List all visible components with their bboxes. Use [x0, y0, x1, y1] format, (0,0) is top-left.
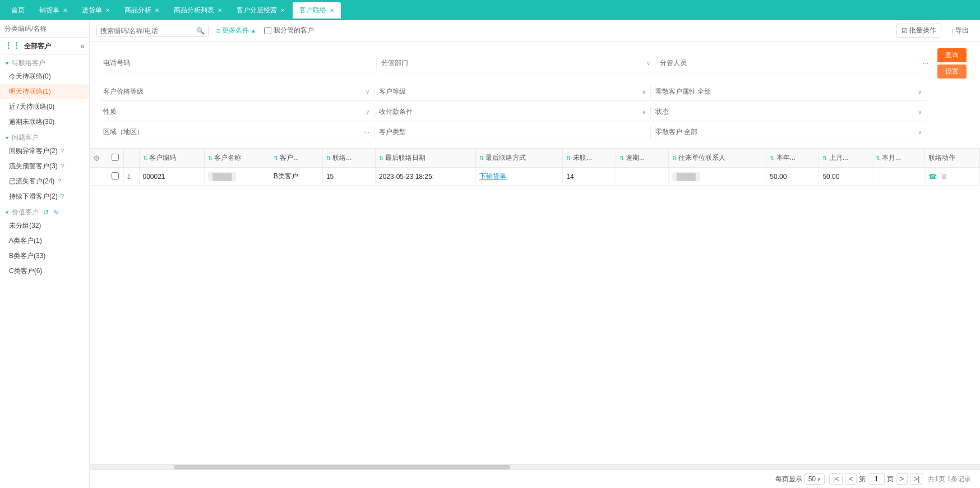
nav-sales-order[interactable]: 销货单 ✕: [33, 2, 74, 19]
th-last-month: ⇅ 上月...: [819, 149, 872, 168]
collapse-icon[interactable]: «: [80, 42, 85, 50]
sort-icon: ⇅: [326, 155, 331, 161]
help-icon[interactable]: ?: [58, 178, 61, 185]
sidebar-item-declining[interactable]: 持续下滑客户(2) ?: [0, 189, 89, 204]
close-icon[interactable]: ✕: [105, 7, 110, 13]
filter-row-1: 电话号码 分管部门 ∨ 分管人员 ··· 查询 设置: [99, 46, 971, 81]
sidebar-item-ungrouped[interactable]: 未分组(32): [0, 218, 89, 233]
close-icon[interactable]: ✕: [155, 7, 159, 13]
page-number-input[interactable]: [868, 473, 885, 485]
td-gear: [90, 168, 108, 186]
scrollbar-thumb[interactable]: [174, 465, 510, 469]
refresh-icon[interactable]: ↺: [43, 209, 49, 217]
next-page-btn[interactable]: >: [896, 473, 908, 485]
sidebar-search-input[interactable]: [4, 25, 89, 33]
filter-person[interactable]: 分管人员 ···: [655, 54, 933, 72]
more-action-icon[interactable]: ⊞: [941, 173, 947, 181]
filter-retail-attr[interactable]: 零散客户属性 全部 ∨: [651, 83, 926, 101]
gear-icon[interactable]: ⚙: [93, 154, 100, 163]
chevron-down-icon: ∨: [366, 109, 369, 115]
nav-customer-tier[interactable]: 客户分层经营 ✕: [230, 2, 292, 19]
nav-product-analysis-list[interactable]: 商品分析列表 ✕: [167, 2, 229, 19]
filter-more-btn[interactable]: ≡ 更多条件 ▲: [213, 24, 260, 37]
sidebar-search-area: 🔍: [0, 20, 89, 38]
close-icon[interactable]: ✕: [280, 7, 285, 13]
help-icon[interactable]: ?: [61, 148, 64, 154]
chevron-down-icon: ∨: [918, 109, 922, 115]
sidebar-item-churned[interactable]: 已流失客户(24) ?: [0, 174, 89, 189]
phone-icon[interactable]: ☎: [928, 173, 937, 181]
sidebar: 🔍 ⋮⋮ 全部客户 « ▼ 待联络客户 今天待联络(0) 明天待联络(1) 近7…: [0, 20, 90, 488]
close-icon[interactable]: ✕: [218, 7, 222, 13]
sidebar-group-value: ▼ 价值客户 ↺ ✎: [0, 204, 89, 218]
chevron-down-icon: ∨: [642, 109, 646, 115]
sidebar-item-class-a[interactable]: A类客户(1): [0, 233, 89, 248]
sidebar-item-class-b[interactable]: B类客户(33): [0, 248, 89, 264]
data-table-container: ⚙ ⇅ 客户编码 ⇅ 客户名称: [90, 149, 980, 464]
nav-home[interactable]: 首页: [4, 2, 31, 19]
search-icon[interactable]: 🔍: [196, 27, 205, 35]
filter-customer-level[interactable]: 客户等级 ∨: [375, 83, 650, 101]
help-icon[interactable]: ?: [61, 163, 64, 169]
search-input[interactable]: [100, 27, 194, 35]
sidebar-item-churn-warning[interactable]: 流失预警客户(3) ?: [0, 159, 89, 174]
sort-icon: ⇅: [770, 155, 774, 161]
last-method-link[interactable]: 下销货单: [479, 172, 506, 180]
batch-operation-btn[interactable]: ☑ 批量操作: [896, 24, 941, 38]
sidebar-group-pending: ▼ 待联络客户: [0, 55, 89, 69]
export-btn[interactable]: ↑ 导出: [946, 24, 973, 37]
sidebar-item-tomorrow[interactable]: 明天待联络(1): [0, 84, 89, 99]
close-icon[interactable]: ✕: [330, 7, 334, 13]
close-icon[interactable]: ✕: [63, 7, 67, 13]
last-page-btn[interactable]: >|: [910, 473, 923, 485]
sidebar-item-today[interactable]: 今天待联络(0): [0, 69, 89, 84]
ellipsis-icon[interactable]: ···: [923, 59, 928, 67]
total-info: 共1页 1条记录: [928, 475, 971, 484]
first-page-btn[interactable]: |<: [829, 473, 843, 485]
sidebar-item-abnormal[interactable]: 回购异常客户(2) ?: [0, 144, 89, 159]
filter-retail-customer[interactable]: 零散客户 全部 ∨: [651, 123, 926, 141]
filter-row-3: 性质 ∨ 收付款条件 ∨ 状态 ∨: [99, 103, 971, 121]
filter-payment[interactable]: 收付款条件 ∨: [375, 103, 650, 121]
nav-product-analysis[interactable]: 商品分析 ✕: [118, 2, 166, 19]
td-last-month: 50.00: [819, 168, 872, 186]
edit-icon[interactable]: ✎: [53, 209, 59, 217]
my-customers-check[interactable]: [264, 27, 271, 34]
reset-button[interactable]: 设置: [937, 65, 967, 79]
toolbar-right: ☑ 批量操作 ↑ 导出: [896, 24, 973, 38]
sidebar-item-7days[interactable]: 近7天待联络(0): [0, 99, 89, 114]
chevron-down-icon: ∨: [817, 476, 821, 482]
my-customers-checkbox[interactable]: 我分管的客户: [264, 26, 314, 35]
expand-icon: ▼: [4, 61, 10, 66]
td-type: B类客户: [270, 168, 322, 186]
chevron-down-icon: ∨: [642, 89, 646, 95]
th-last-date: ⇅ 最后联络日期: [375, 149, 475, 168]
horizontal-scrollbar[interactable]: [90, 464, 980, 469]
filter-region[interactable]: 区域（地区） ···: [99, 123, 374, 141]
toolbar: 🔍 ≡ 更多条件 ▲ 我分管的客户 ☑ 批量操作 ↑ 导出: [90, 20, 980, 42]
th-no: [123, 149, 139, 168]
ellipsis-icon[interactable]: ···: [364, 128, 369, 136]
td-contacts: 15: [322, 168, 375, 186]
filter-status[interactable]: 状态 ∨: [651, 103, 926, 121]
nav-customer-contact[interactable]: 客户联络 ✕: [293, 2, 341, 19]
filter-price-level[interactable]: 客户价格等级 ∨: [99, 83, 374, 101]
query-button[interactable]: 查询: [937, 48, 967, 62]
filter-dept[interactable]: 分管部门 ∨: [377, 54, 654, 72]
chevron-down-icon: ∨: [646, 60, 650, 66]
help-icon[interactable]: ?: [61, 193, 64, 200]
th-this-year: ⇅ 本年...: [766, 149, 819, 168]
nav-purchase-order[interactable]: 进货单 ✕: [75, 2, 117, 19]
select-all-checkbox[interactable]: [112, 154, 119, 161]
per-page-select-box[interactable]: 50 ∨: [805, 473, 825, 485]
row-checkbox[interactable]: [112, 172, 119, 179]
sidebar-item-overdue[interactable]: 逾期未联络(30): [0, 114, 89, 130]
sort-icon: ⇅: [566, 155, 571, 161]
filter-nature[interactable]: 性质 ∨: [99, 103, 374, 121]
th-customer-code: ⇅ 客户编码: [139, 149, 205, 168]
prev-page-btn[interactable]: <: [845, 473, 857, 485]
sidebar-item-class-c[interactable]: C类客户(6): [0, 264, 89, 279]
sort-icon: ⇅: [143, 155, 147, 161]
sidebar-all-customers[interactable]: ⋮⋮ 全部客户 «: [0, 38, 89, 55]
td-checkbox: [108, 168, 123, 186]
